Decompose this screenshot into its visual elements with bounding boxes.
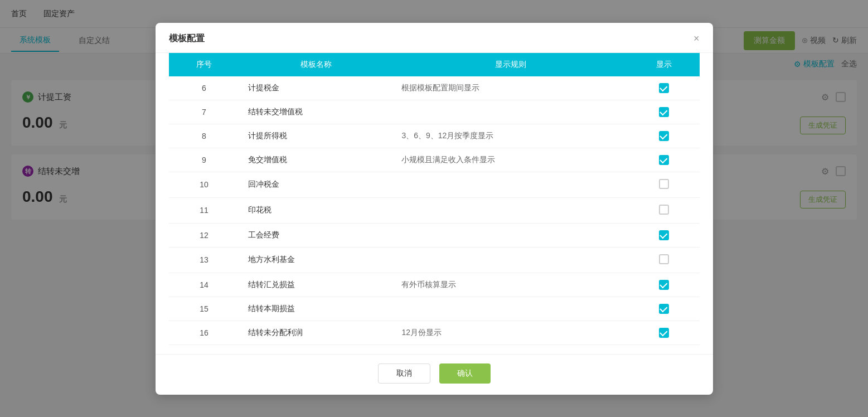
row-name: 印花税 xyxy=(239,197,392,223)
row-display xyxy=(629,172,700,197)
row-rule: 12月份显示 xyxy=(392,321,628,345)
row-checkbox[interactable] xyxy=(659,179,669,189)
row-checkbox[interactable] xyxy=(659,205,669,215)
modal-body: 序号 模板名称 显示规则 显示 6计提税金根据模板配置期间显示7结转未交增值税8… xyxy=(156,53,713,354)
row-rule xyxy=(392,247,628,273)
col-header-rule: 显示规则 xyxy=(392,53,628,76)
config-table: 序号 模板名称 显示规则 显示 6计提税金根据模板配置期间显示7结转未交增值税8… xyxy=(169,53,700,345)
row-checkbox[interactable] xyxy=(659,107,669,117)
row-id: 14 xyxy=(169,273,240,297)
cancel-button[interactable]: 取消 xyxy=(378,363,430,384)
row-id: 8 xyxy=(169,124,240,148)
row-display xyxy=(629,223,700,247)
row-display xyxy=(629,247,700,273)
row-name: 计提税金 xyxy=(239,76,392,100)
row-name: 回冲税金 xyxy=(239,172,392,197)
row-name: 结转汇兑损益 xyxy=(239,273,392,297)
col-header-name: 模板名称 xyxy=(239,53,392,76)
row-rule xyxy=(392,100,628,124)
row-name: 结转本期损益 xyxy=(239,297,392,321)
modal-close-button[interactable]: × xyxy=(694,33,700,43)
row-id: 12 xyxy=(169,223,240,247)
row-display xyxy=(629,124,700,148)
row-display xyxy=(629,197,700,223)
table-header: 序号 模板名称 显示规则 显示 xyxy=(169,53,700,76)
col-header-id: 序号 xyxy=(169,53,240,76)
row-id: 16 xyxy=(169,321,240,345)
row-display xyxy=(629,321,700,345)
table-row: 10回冲税金 xyxy=(169,172,700,197)
row-id: 9 xyxy=(169,148,240,172)
row-name: 免交增值税 xyxy=(239,148,392,172)
table-row: 16结转未分配利润12月份显示 xyxy=(169,321,700,345)
confirm-button[interactable]: 确认 xyxy=(439,363,491,384)
row-checkbox[interactable] xyxy=(659,304,669,314)
table-row: 15结转本期损益 xyxy=(169,297,700,321)
table-row: 12工会经费 xyxy=(169,223,700,247)
row-name: 结转未分配利润 xyxy=(239,321,392,345)
row-rule: 有外币核算显示 xyxy=(392,273,628,297)
row-rule xyxy=(392,297,628,321)
row-rule xyxy=(392,197,628,223)
table-row: 14结转汇兑损益有外币核算显示 xyxy=(169,273,700,297)
table-row: 7结转未交增值税 xyxy=(169,100,700,124)
row-checkbox[interactable] xyxy=(659,254,669,264)
modal-footer: 取消 确认 xyxy=(156,354,713,395)
row-name: 结转未交增值税 xyxy=(239,100,392,124)
row-display xyxy=(629,297,700,321)
row-rule: 根据模板配置期间显示 xyxy=(392,76,628,100)
modal-overlay: 模板配置 × 序号 模板名称 显示规则 显示 6计提税金根据模板配置期间显示7结… xyxy=(0,0,868,417)
table-row: 13地方水利基金 xyxy=(169,247,700,273)
row-checkbox[interactable] xyxy=(659,83,669,93)
row-id: 13 xyxy=(169,247,240,273)
row-rule xyxy=(392,223,628,247)
row-checkbox[interactable] xyxy=(659,155,669,165)
row-id: 10 xyxy=(169,172,240,197)
modal-header: 模板配置 × xyxy=(156,23,713,53)
row-display xyxy=(629,100,700,124)
col-header-display: 显示 xyxy=(629,53,700,76)
row-name: 工会经费 xyxy=(239,223,392,247)
row-rule: 3、6、9、12月按季度显示 xyxy=(392,124,628,148)
row-id: 7 xyxy=(169,100,240,124)
row-name: 计提所得税 xyxy=(239,124,392,148)
row-checkbox[interactable] xyxy=(659,230,669,240)
table-row: 11印花税 xyxy=(169,197,700,223)
table-row: 8计提所得税3、6、9、12月按季度显示 xyxy=(169,124,700,148)
row-id: 6 xyxy=(169,76,240,100)
table-body: 6计提税金根据模板配置期间显示7结转未交增值税8计提所得税3、6、9、12月按季… xyxy=(169,76,700,345)
table-row: 9免交增值税小规模且满足收入条件显示 xyxy=(169,148,700,172)
row-rule xyxy=(392,172,628,197)
template-config-modal: 模板配置 × 序号 模板名称 显示规则 显示 6计提税金根据模板配置期间显示7结… xyxy=(156,23,713,395)
row-display xyxy=(629,76,700,100)
row-id: 11 xyxy=(169,197,240,223)
row-checkbox[interactable] xyxy=(659,131,669,141)
row-rule: 小规模且满足收入条件显示 xyxy=(392,148,628,172)
row-checkbox[interactable] xyxy=(659,280,669,290)
table-row: 6计提税金根据模板配置期间显示 xyxy=(169,76,700,100)
row-checkbox[interactable] xyxy=(659,328,669,338)
row-display xyxy=(629,273,700,297)
modal-title: 模板配置 xyxy=(169,33,205,45)
row-id: 15 xyxy=(169,297,240,321)
row-name: 地方水利基金 xyxy=(239,247,392,273)
row-display xyxy=(629,148,700,172)
